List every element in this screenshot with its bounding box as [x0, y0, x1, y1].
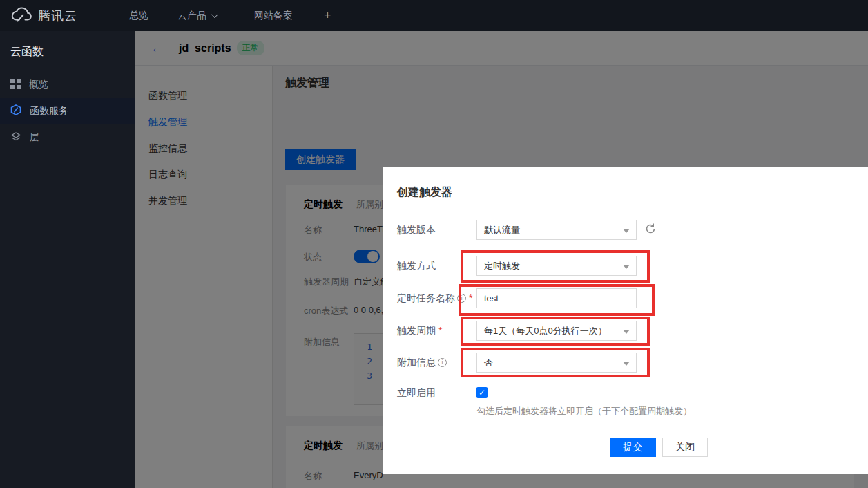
- cloud-logo-icon: [11, 7, 32, 25]
- sidebar-item-layers[interactable]: 层: [0, 124, 135, 151]
- layers-icon: [10, 131, 21, 144]
- trigger-cycle-select[interactable]: 每1天（每天0点0分执行一次）: [476, 321, 637, 341]
- trigger-cycle-value: 每1天（每天0点0分执行一次）: [484, 325, 607, 337]
- task-name-label: 定时任务名称i*: [397, 288, 472, 308]
- sidebar-item-label: 函数服务: [30, 105, 68, 118]
- chevron-down-icon: [211, 11, 218, 18]
- trigger-version-label: 触发版本: [397, 220, 436, 240]
- product-sidebar: 云函数 概览 函数服务: [0, 31, 135, 488]
- sidebar-item-overview[interactable]: 概览: [0, 72, 135, 98]
- sidebar-item-function-service[interactable]: 函数服务: [0, 98, 135, 124]
- trigger-version-value: 默认流量: [484, 224, 520, 236]
- required-asterisk: *: [438, 321, 442, 341]
- navbar-divider: [235, 10, 235, 21]
- enable-now-checkbox[interactable]: ✓: [476, 387, 488, 398]
- product-sidebar-title: 云函数: [0, 31, 135, 72]
- info-icon[interactable]: i: [457, 294, 466, 303]
- task-name-input[interactable]: [476, 288, 637, 308]
- top-navbar: 腾讯云 总览 云产品 网站备案 +: [0, 0, 868, 31]
- add-tab-icon[interactable]: +: [324, 8, 331, 23]
- enable-now-helper-text: 勾选后定时触发器将立即开启（于下个配置周期触发）: [476, 405, 692, 417]
- modal-title: 创建触发器: [397, 185, 452, 200]
- trigger-method-select[interactable]: 定时触发: [476, 256, 637, 276]
- extra-info-label: 附加信息i: [397, 353, 447, 373]
- extra-info-select[interactable]: 否: [476, 353, 637, 373]
- sidebar-item-label: 概览: [29, 79, 48, 91]
- chevron-down-icon: [623, 265, 630, 269]
- grid-icon: [10, 79, 21, 92]
- trigger-method-label: 触发方式: [397, 256, 436, 276]
- nav-overview[interactable]: 总览: [129, 10, 148, 22]
- chevron-down-icon: [623, 330, 630, 334]
- nav-beian[interactable]: 网站备案: [254, 10, 293, 22]
- screen: 腾讯云 总览 云产品 网站备案 + 云函数 概览: [0, 0, 868, 488]
- trigger-version-select[interactable]: 默认流量: [476, 220, 637, 240]
- sidebar-item-label: 层: [30, 131, 39, 144]
- chevron-down-icon: [623, 362, 630, 366]
- enable-now-label: 立即启用: [397, 383, 436, 403]
- trigger-cycle-label: 触发周期*: [397, 321, 442, 341]
- create-trigger-modal: 创建触发器 触发版本 默认流量 触发方式 定时触发 定时任务名称i* 触发周期*: [383, 167, 868, 474]
- close-button[interactable]: 关闭: [662, 438, 708, 457]
- required-asterisk: *: [469, 288, 472, 308]
- chevron-down-icon: [623, 229, 630, 233]
- refresh-icon[interactable]: [644, 223, 657, 238]
- trigger-method-value: 定时触发: [484, 260, 520, 272]
- brand-name: 腾讯云: [38, 8, 77, 24]
- function-hexagon-icon: [10, 104, 21, 118]
- info-icon[interactable]: i: [438, 358, 447, 367]
- extra-info-value: 否: [484, 357, 493, 369]
- submit-button[interactable]: 提交: [610, 438, 656, 457]
- tencent-cloud-logo[interactable]: 腾讯云: [11, 7, 115, 25]
- nav-products[interactable]: 云产品: [177, 10, 216, 22]
